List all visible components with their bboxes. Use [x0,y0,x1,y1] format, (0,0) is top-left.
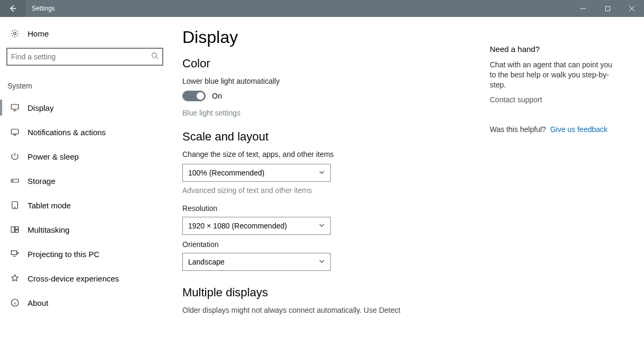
chevron-down-icon [319,169,325,177]
back-button[interactable] [0,0,25,17]
section-multiple: Multiple displays [182,286,490,300]
scale-size-label: Change the size of text, apps, and other… [182,150,490,159]
svg-rect-11 [15,230,19,233]
svg-rect-3 [11,104,19,109]
svg-rect-9 [11,227,14,233]
sidebar-item-about[interactable]: About [0,291,170,315]
advanced-sizing-link[interactable]: Advanced sizing of text and other items [182,186,490,195]
sidebar-item-storage[interactable]: Storage [0,169,170,193]
resolution-label: Resolution [182,204,490,213]
power-icon [10,152,20,161]
orientation-dropdown[interactable]: Landscape [182,253,331,271]
sidebar-item-cross-device-experiences[interactable]: Cross-device experiences [0,266,170,291]
main-column: Display Color Lower blue light automatic… [182,28,490,352]
svg-rect-10 [15,227,19,230]
home-label: Home [28,29,49,38]
scale-size-value: 100% (Recommended) [188,169,264,177]
section-color: Color [182,57,490,71]
search-input-container[interactable] [6,48,163,66]
sidebar-section-label: System [0,76,170,95]
sidebar-item-power-sleep[interactable]: Power & sleep [0,144,170,169]
chevron-down-icon [319,222,325,230]
svg-point-6 [13,180,14,181]
sidebar-item-display[interactable]: Display [0,95,170,120]
notifications-icon [10,127,20,137]
help-body: Chat with an agent that can point you to… [490,60,617,90]
search-icon [151,52,158,61]
sidebar-item-label: Power & sleep [28,152,79,161]
storage-icon [10,176,20,186]
sidebar-item-label: Storage [28,177,56,186]
sidebar-item-label: About [28,298,48,307]
sidebar-item-projecting-to-this-pc[interactable]: Projecting to this PC [0,242,170,266]
sidebar-item-label: Cross-device experiences [28,274,119,283]
page-title: Display [182,28,490,47]
gear-icon [10,29,20,38]
svg-point-1 [14,32,16,35]
multiple-body: Older displays might not always connect … [182,306,490,314]
search-input[interactable] [11,52,151,61]
svg-rect-4 [11,129,19,134]
resolution-dropdown[interactable]: 1920 × 1080 (Recommended) [182,217,331,235]
multitasking-icon [10,225,20,234]
toggle-state: On [212,92,222,100]
svg-point-8 [14,207,15,208]
info-icon [10,298,20,307]
toggle-knob [197,92,204,100]
projecting-icon [10,249,20,259]
svg-rect-12 [11,251,17,255]
help-title: Need a hand? [490,45,617,54]
sidebar-item-label: Notifications & actions [28,128,106,137]
sidebar-item-tablet-mode[interactable]: Tablet mode [0,193,170,217]
maximize-button[interactable] [595,0,620,17]
crossdevice-icon [10,274,20,283]
sidebar-item-label: Display [28,103,54,112]
was-helpful-label: Was this helpful? [490,125,546,134]
svg-point-2 [152,53,157,58]
chevron-down-icon [319,258,325,266]
close-button[interactable] [620,0,644,17]
section-scale: Scale and layout [182,130,490,144]
orientation-label: Orientation [182,240,490,249]
minimize-button[interactable] [571,0,595,17]
sidebar-item-label: Multitasking [28,225,69,234]
help-column: Need a hand? Chat with an agent that can… [490,28,628,352]
blue-light-label: Lower blue light automatically [182,77,490,85]
titlebar: Settings [0,0,644,17]
tablet-icon [10,200,20,210]
contact-support-link[interactable]: Contact support [490,95,617,104]
scale-size-dropdown[interactable]: 100% (Recommended) [182,164,331,182]
blue-light-toggle[interactable] [182,91,206,101]
sidebar-item-multitasking[interactable]: Multitasking [0,217,170,242]
blue-light-settings-link[interactable]: Blue light settings [182,109,490,117]
window-title: Settings [25,0,61,17]
home-button[interactable]: Home [0,23,170,48]
svg-rect-0 [605,6,610,11]
sidebar: Home System DisplayNotifications & actio… [0,17,170,352]
sidebar-item-notifications-actions[interactable]: Notifications & actions [0,120,170,144]
feedback-link[interactable]: Give us feedback [550,125,607,134]
orientation-value: Landscape [188,258,225,266]
resolution-value: 1920 × 1080 (Recommended) [188,222,287,230]
sidebar-item-label: Tablet mode [28,201,71,210]
sidebar-item-label: Projecting to this PC [28,250,100,259]
monitor-icon [10,103,20,112]
